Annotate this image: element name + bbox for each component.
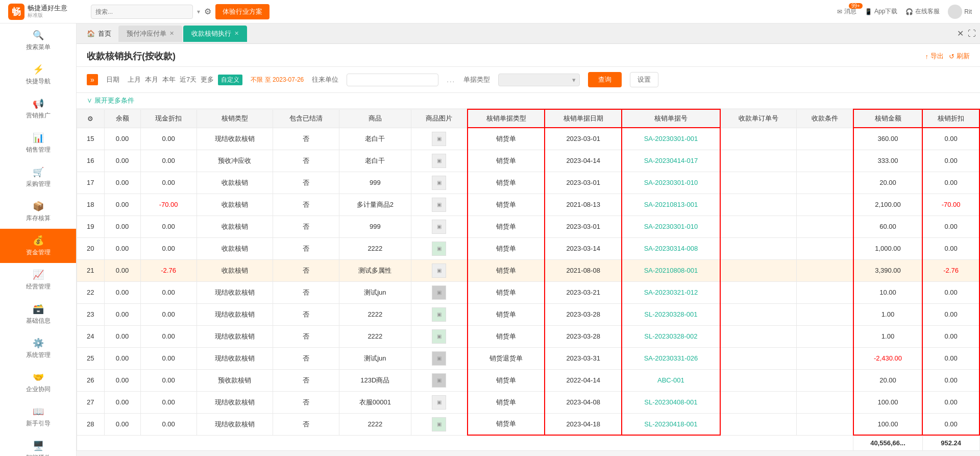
doc-no-link[interactable]: SA-20230321-012: [644, 289, 698, 296]
doc-no-link[interactable]: ABC-001: [657, 376, 684, 384]
filter-expand-button[interactable]: »: [87, 74, 98, 85]
tab-prepay[interactable]: 预付冲应付单 ✕: [118, 26, 182, 42]
product-image: ▣: [432, 242, 446, 256]
cart-icon: 🛒: [33, 166, 44, 178]
cell-product-img: ▣: [411, 347, 468, 369]
sidebar-item-label: 营销推广: [26, 111, 51, 120]
th-cash-discount: 现金折扣: [140, 109, 197, 128]
date-option-more[interactable]: 更多: [201, 75, 214, 84]
cell-receipt-condition: [797, 215, 853, 237]
tab-prepay-close[interactable]: ✕: [169, 30, 174, 37]
doc-no-link[interactable]: SA-20230301-010: [644, 179, 698, 186]
sidebar-item-purchase[interactable]: 🛒 采购管理: [0, 160, 76, 195]
filter-settings-button[interactable]: 设置: [630, 72, 658, 87]
doc-no-link[interactable]: SA-20210813-001: [644, 201, 698, 208]
cell-verify-doc-no[interactable]: SL-20230328-002: [622, 325, 720, 347]
date-option-this-year[interactable]: 本年: [162, 75, 176, 84]
cell-receipt-order-no: [720, 194, 797, 215]
sidebar-item-operations[interactable]: 📈 经营管理: [0, 263, 76, 297]
cell-balance: 0.00: [104, 215, 140, 237]
online-service-item[interactable]: 🎧 在线客服: [905, 7, 940, 16]
cell-receipt-order-no: [720, 259, 797, 281]
order-type-select[interactable]: [498, 74, 580, 86]
sidebar-item-basic[interactable]: 🗃️ 基础信息: [0, 297, 76, 331]
notification-item[interactable]: ✉ 消息 99+: [837, 7, 856, 16]
cell-receipt-condition: [797, 194, 853, 215]
export-button[interactable]: ↑ 导出: [925, 52, 944, 61]
cell-cash-discount: -2.76: [140, 259, 197, 281]
cell-verify-doc-no[interactable]: SA-20210808-001: [622, 259, 720, 281]
sidebar-item-system[interactable]: ⚙️ 系统管理: [0, 331, 76, 366]
sidebar-item-search[interactable]: 🔍 搜索菜单: [0, 23, 76, 58]
product-image: ▣: [432, 285, 446, 300]
date-option-last-month[interactable]: 上月: [128, 75, 141, 84]
trial-button[interactable]: 体验行业方案: [215, 4, 270, 19]
query-button[interactable]: 查询: [588, 72, 622, 87]
gear-icon[interactable]: ⚙: [204, 7, 211, 16]
date-custom-button[interactable]: 自定义: [218, 75, 242, 85]
sidebar-item-shortcut[interactable]: ⚡ 快捷导航: [0, 58, 76, 92]
cell-receipt-order-no: [720, 369, 797, 391]
refresh-icon: ↺: [949, 53, 954, 60]
th-verify-amount: 核销金额: [853, 109, 922, 128]
cell-verify-doc-no[interactable]: SA-20230314-008: [622, 237, 720, 259]
cell-verify-doc-no[interactable]: SL-20230418-001: [622, 413, 720, 435]
cell-include-settled: 否: [273, 128, 339, 150]
cell-id: 28: [77, 413, 105, 435]
sidebar-item-marketing[interactable]: 📢 营销推广: [0, 92, 76, 126]
cell-include-settled: 否: [273, 172, 339, 194]
cell-verify-doc-no[interactable]: SA-20210813-001: [622, 194, 720, 215]
content-area: 🏠 首页 预付冲应付单 ✕ 收款核销执行 ✕ ✕ ⛶ 收款核销执行(按收款): [77, 23, 980, 456]
doc-no-link[interactable]: SA-20230301-010: [644, 223, 698, 230]
column-settings-icon[interactable]: ⚙: [87, 115, 93, 123]
source-unit-input[interactable]: [347, 74, 438, 86]
cell-verify-doc-no[interactable]: SA-20230301-010: [622, 215, 720, 237]
close-window-icon[interactable]: ✕: [957, 29, 964, 38]
cell-verify-discount: 0.00: [922, 369, 979, 391]
cell-id: 23: [77, 303, 105, 325]
maximize-window-icon[interactable]: ⛶: [968, 29, 976, 38]
tab-receipt[interactable]: 收款核销执行 ✕: [183, 26, 247, 42]
page-content: 收款核销执行(按收款) ↑ 导出 ↺ 刷新 » 日期 上月: [77, 44, 980, 456]
cell-verify-discount: 0.00: [922, 391, 979, 413]
sidebar-item-collab[interactable]: 🤝 企业协同: [0, 366, 76, 400]
main-layout: 🔍 搜索菜单 ⚡ 快捷导航 📢 营销推广 📊 销售管理 🛒 采购管理 📦 库存核…: [0, 23, 980, 456]
doc-no-link[interactable]: SA-20230314-008: [644, 245, 698, 252]
sidebar-item-inventory[interactable]: 📦 库存核算: [0, 195, 76, 229]
cell-verify-doc-no[interactable]: SL-20230408-001: [622, 391, 720, 413]
tab-home[interactable]: 🏠 首页: [81, 26, 117, 42]
doc-no-link[interactable]: SA-20230414-017: [644, 157, 698, 164]
cell-verify-doc-no[interactable]: SA-20230301-001: [622, 128, 720, 150]
cell-verify-doc-no[interactable]: SA-20230414-017: [622, 150, 720, 172]
cell-verify-doc-no[interactable]: SA-20230331-026: [622, 347, 720, 369]
expand-conditions-button[interactable]: ∨ 展开更多条件: [87, 96, 970, 105]
cell-verify-doc-no[interactable]: SA-20230301-010: [622, 172, 720, 194]
doc-no-link[interactable]: SA-20230301-001: [644, 135, 698, 142]
doc-no-link[interactable]: SA-20230331-026: [644, 354, 698, 362]
cell-verify-doc-no[interactable]: SL-20230328-001: [622, 303, 720, 325]
doc-no-link[interactable]: SA-20210808-001: [644, 267, 698, 274]
user-info[interactable]: Rit: [948, 5, 972, 19]
date-filter-label: 日期: [106, 75, 119, 84]
avatar: [948, 5, 962, 19]
cell-id: 26: [77, 369, 105, 391]
app-download-item[interactable]: 📱 App下载: [865, 7, 897, 16]
cell-verify-doc-no[interactable]: ABC-001: [622, 369, 720, 391]
refresh-button[interactable]: ↺ 刷新: [949, 52, 970, 61]
cell-verify-doc-no[interactable]: SA-20230321-012: [622, 281, 720, 303]
sidebar-item-finance[interactable]: 💰 资金管理: [0, 229, 76, 263]
handshake-icon: 🤝: [33, 372, 44, 383]
doc-no-link[interactable]: SL-20230418-001: [644, 420, 697, 428]
doc-no-link[interactable]: SL-20230408-001: [644, 398, 697, 406]
sidebar-item-guide[interactable]: 📖 新手引导: [0, 400, 76, 434]
doc-no-link[interactable]: SL-20230328-002: [644, 332, 697, 340]
sidebar-item-hardware[interactable]: 🖥️ 智能硬件: [0, 434, 76, 456]
tab-receipt-close[interactable]: ✕: [234, 30, 239, 37]
cell-verify-doc-date: 2021-08-08: [545, 259, 622, 281]
doc-no-link[interactable]: SL-20230328-001: [644, 310, 697, 318]
date-option-7days[interactable]: 近7天: [180, 75, 197, 84]
date-option-this-month[interactable]: 本月: [145, 75, 158, 84]
sidebar-item-sales[interactable]: 📊 销售管理: [0, 126, 76, 160]
search-input[interactable]: [91, 5, 193, 19]
cell-id: 15: [77, 128, 105, 150]
